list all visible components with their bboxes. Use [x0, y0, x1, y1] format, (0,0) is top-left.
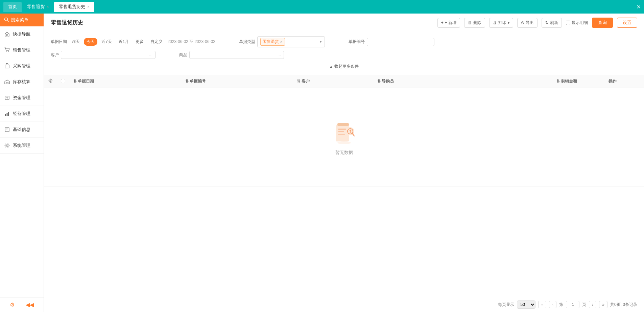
date-btn-7days[interactable]: 近7天	[99, 38, 115, 46]
new-icon: +	[441, 20, 444, 25]
refresh-button[interactable]: ↻ 刷新	[542, 18, 562, 28]
sidebar-item-quick-nav[interactable]: 快捷导航	[0, 26, 44, 42]
content-area: 零售退货历史 + + 新增 🗑 删除 🖨 打印 ▾ ⊙ 导出	[44, 14, 644, 312]
goods-filter-input[interactable]: ...	[189, 51, 284, 59]
search-icon	[4, 17, 9, 23]
info-icon	[4, 127, 10, 133]
order-number-input[interactable]	[367, 38, 434, 46]
sidebar-search[interactable]: 搜索菜单	[0, 14, 44, 26]
th-date[interactable]: ⇅ 单据日期	[69, 75, 181, 88]
new-button[interactable]: + + 新增	[437, 18, 460, 28]
warehouse-icon	[4, 79, 10, 85]
date-btn-today[interactable]: 今天	[84, 38, 97, 46]
date-btn-1month[interactable]: 近1月	[116, 38, 132, 46]
date-btn-yesterday[interactable]: 昨天	[69, 38, 82, 46]
per-page-select[interactable]: 50 10 20 100	[517, 300, 535, 309]
tab-retail-return-history-close[interactable]: ×	[87, 5, 89, 9]
sidebar-item-system[interactable]: 系统管理	[0, 138, 44, 154]
delete-button[interactable]: 🗑 删除	[464, 18, 485, 28]
tab-retail-return[interactable]: 零售退货 ×	[22, 2, 53, 12]
order-number-label: 单据编号	[349, 39, 365, 45]
topbar-right: ×	[637, 3, 641, 11]
page-label: 第	[559, 302, 563, 308]
page-number-input[interactable]	[566, 301, 579, 308]
sidebar-item-purchase[interactable]: 采购管理	[0, 58, 44, 74]
filter-date: 单据日期 昨天 今天 近7天 近1月 更多 自定义 2023-06-02 至 2…	[51, 38, 215, 46]
collapse-up-icon: ▲	[329, 64, 333, 69]
svg-rect-5	[6, 82, 8, 84]
tab-home-label: 首页	[8, 4, 17, 10]
tab-home[interactable]: 首页	[3, 2, 22, 12]
window-close-button[interactable]: ×	[637, 3, 641, 11]
tab-retail-return-history-label: 零售退货历史	[59, 4, 85, 10]
settings-bottom-icon[interactable]: ⚙	[10, 302, 15, 308]
next-page-button[interactable]: ›	[589, 301, 596, 308]
finance-icon	[4, 95, 10, 101]
collapse-sidebar-icon[interactable]: ◀◀	[26, 302, 34, 308]
th-action: 操作	[581, 75, 644, 88]
tab-retail-return-label: 零售退货	[27, 4, 45, 10]
pagination: 每页显示 50 10 20 100 « ‹ 第 页 › » 共0页, 0条记录	[44, 297, 644, 312]
th-order-no[interactable]: ⇅ 单据编号	[181, 75, 293, 88]
sidebar-item-label: 采购管理	[13, 63, 30, 69]
date-btn-custom[interactable]: 自定义	[148, 38, 165, 46]
date-filter-buttons: 昨天 今天 近7天 近1月 更多 自定义	[69, 38, 165, 46]
sidebar-item-inventory[interactable]: 库存核算	[0, 74, 44, 90]
type-tag-remove[interactable]: ×	[280, 40, 283, 44]
tab-retail-return-history[interactable]: 零售退货历史 ×	[54, 2, 94, 12]
select-all-checkbox[interactable]	[61, 79, 65, 83]
type-tag-value: 零售退货	[263, 39, 279, 45]
display-detail-label: 显示明细	[572, 20, 588, 26]
data-table-container: ⇅ 单据日期 ⇅ 单据编号 ⇅ 客户 ⇅ 导购员 ⇅ 实销金额	[44, 75, 644, 297]
sidebar-item-sales[interactable]: 销售管理	[0, 42, 44, 58]
export-button[interactable]: ⊙ 导出	[517, 18, 538, 28]
print-label: 打印	[498, 20, 506, 26]
date-range-display: 2023-06-02 至 2023-06-02	[167, 39, 215, 45]
sidebar-item-finance[interactable]: 资金管理	[0, 90, 44, 106]
svg-rect-15	[337, 123, 349, 126]
sidebar-item-basic-info[interactable]: 基础信息	[0, 122, 44, 138]
svg-rect-7	[5, 114, 6, 116]
date-btn-more[interactable]: 更多	[133, 38, 146, 46]
chart-icon	[4, 111, 10, 117]
customer-filter-input[interactable]: ...	[61, 51, 156, 59]
th-customer[interactable]: ⇅ 客户	[293, 75, 373, 88]
header-actions: + + 新增 🗑 删除 🖨 打印 ▾ ⊙ 导出 ↻	[437, 18, 637, 28]
collapse-btn-label: 收起更多条件	[334, 64, 359, 69]
filter-area: 单据日期 昨天 今天 近7天 近1月 更多 自定义 2023-06-02 至 2…	[44, 32, 644, 75]
type-filter-select[interactable]: 零售退货 × ▾	[257, 36, 325, 47]
prev-page-button[interactable]: ‹	[549, 301, 556, 308]
tab-retail-return-close[interactable]: ×	[47, 5, 49, 9]
date-filter-label: 单据日期	[51, 39, 67, 45]
set-button[interactable]: 设置	[617, 18, 637, 28]
th-setting[interactable]	[44, 75, 57, 88]
display-detail-checkbox[interactable]: 显示明细	[566, 20, 588, 26]
collapse-filter-button[interactable]: ▲ 收起更多条件	[325, 62, 363, 71]
svg-point-2	[6, 51, 7, 52]
svg-point-13	[337, 141, 351, 144]
box-icon	[4, 63, 10, 69]
svg-rect-16	[338, 129, 346, 130]
first-page-button[interactable]: «	[538, 301, 547, 308]
table-body: 暂无数据	[44, 88, 644, 186]
svg-rect-4	[5, 65, 9, 68]
th-checkbox[interactable]	[57, 75, 69, 88]
th-amount[interactable]: ⇅ 实销金额	[469, 75, 581, 88]
export-label: 导出	[526, 20, 534, 26]
filter-row-2: 客户 ... 商品 ...	[51, 51, 637, 59]
tab-bar: 首页 零售退货 × 零售退货历史 ×	[3, 2, 637, 12]
display-detail-input[interactable]	[566, 21, 570, 25]
query-button[interactable]: 查询	[592, 18, 613, 28]
page-header: 零售退货历史 + + 新增 🗑 删除 🖨 打印 ▾ ⊙ 导出	[44, 14, 644, 32]
svg-point-11	[6, 145, 8, 147]
refresh-label: 刷新	[550, 20, 558, 26]
th-guide[interactable]: ⇅ 导购员	[373, 75, 469, 88]
th-date-label: ⇅ 单据日期	[73, 79, 94, 84]
type-filter-label: 单据类型	[239, 39, 255, 45]
table-header-row: ⇅ 单据日期 ⇅ 单据编号 ⇅ 客户 ⇅ 导购员 ⇅ 实销金额	[44, 75, 644, 88]
print-button[interactable]: 🖨 打印 ▾	[489, 18, 513, 28]
sidebar-item-operation[interactable]: 经营管理	[0, 106, 44, 122]
empty-state-icon	[331, 118, 358, 146]
last-page-button[interactable]: »	[599, 301, 607, 308]
sidebar: 搜索菜单 快捷导航 销售管理 采购管理 库存核算	[0, 14, 44, 312]
